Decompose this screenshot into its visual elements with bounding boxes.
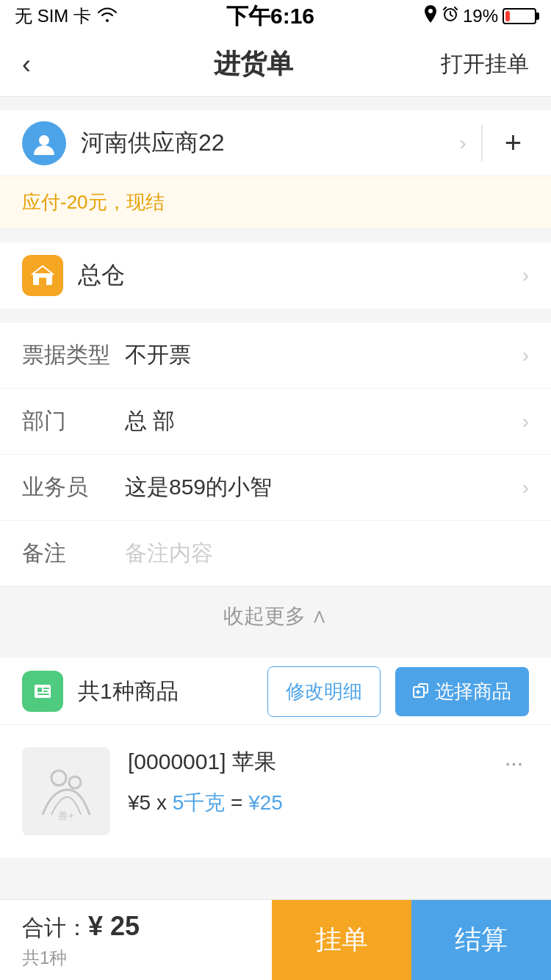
- total-amount: 合计：¥ 25: [22, 911, 250, 943]
- form-section: 票据类型 不开票 › 部门 总 部 › 业务员 这是859的小智 › 备注 备注…: [0, 322, 551, 586]
- product-label: 苹果: [232, 749, 276, 774]
- warehouse-section: 总仓 ›: [0, 242, 551, 309]
- department-value: 总 部: [125, 406, 522, 436]
- invoice-value: 不开票: [125, 340, 522, 370]
- carrier-text: 无 SIM 卡: [15, 4, 91, 28]
- supplier-avatar: [22, 121, 66, 165]
- svg-text:兽+: 兽+: [58, 810, 74, 821]
- status-bar: 无 SIM 卡 下午6:16 19%: [0, 0, 551, 32]
- status-time: 下午6:16: [226, 1, 314, 32]
- svg-rect-5: [37, 688, 42, 692]
- warehouse-name: 总仓: [78, 259, 522, 292]
- product-count-text: 共1种商品: [78, 677, 253, 707]
- bottom-bar: 合计：¥ 25 共1种 挂单 结算: [0, 899, 551, 980]
- select-product-button[interactable]: 选择商品: [395, 667, 529, 716]
- product-item: 兽+ [0000001] 苹果 ¥5 x 5千克 = ¥25 ···: [0, 724, 551, 857]
- salesman-value: 这是859的小智: [125, 472, 522, 502]
- remarks-label: 备注: [22, 538, 125, 569]
- gap-1: [0, 97, 551, 110]
- product-info: [0000001] 苹果 ¥5 x 5千克 = ¥25: [128, 747, 481, 835]
- warehouse-icon: [22, 255, 63, 296]
- svg-point-1: [39, 135, 49, 145]
- salesman-label: 业务员: [22, 472, 125, 502]
- salesman-row[interactable]: 业务员 这是859的小智 ›: [0, 454, 551, 520]
- notice-text: 应付-20元，现结: [22, 191, 165, 213]
- bottom-total: 合计：¥ 25 共1种: [0, 911, 272, 970]
- checkout-button[interactable]: 结算: [411, 900, 551, 981]
- remarks-placeholder[interactable]: 备注内容: [125, 538, 529, 569]
- gap-4: [0, 645, 551, 658]
- nav-bar: ‹ 进货单 打开挂单: [0, 32, 551, 97]
- select-product-label: 选择商品: [435, 679, 511, 705]
- wifi-icon: [97, 6, 118, 26]
- department-chevron-icon: ›: [522, 410, 529, 433]
- svg-rect-7: [43, 691, 48, 692]
- collapse-label: 收起更多 ∧: [223, 602, 328, 630]
- unit-price: ¥5 x: [128, 791, 173, 814]
- warehouse-row[interactable]: 总仓 ›: [0, 242, 551, 309]
- svg-rect-6: [43, 688, 49, 689]
- total-value: ¥ 25: [88, 911, 140, 941]
- battery-percentage: 19%: [463, 6, 498, 26]
- svg-point-11: [69, 777, 81, 788]
- svg-point-10: [51, 771, 66, 785]
- alarm-icon: [442, 6, 458, 26]
- product-count-icon: [22, 671, 63, 712]
- notice-bar: 应付-20元，现结: [0, 176, 551, 229]
- status-left: 无 SIM 卡: [15, 4, 118, 28]
- open-suspend-button[interactable]: 打开挂单: [441, 49, 529, 79]
- collapse-bar[interactable]: 收起更多 ∧: [0, 586, 551, 645]
- supplier-chevron-icon: ›: [459, 131, 466, 155]
- add-button[interactable]: +: [497, 126, 529, 159]
- svg-rect-3: [39, 278, 46, 285]
- supplier-name: 河南供应商22: [81, 127, 459, 159]
- edit-detail-button[interactable]: 修改明细: [267, 666, 381, 717]
- department-label: 部门: [22, 406, 125, 436]
- gap-2: [0, 229, 551, 242]
- product-thumbnail: 兽+: [22, 747, 110, 835]
- warehouse-chevron-icon: ›: [522, 264, 529, 287]
- location-icon: [423, 5, 438, 27]
- products-section: 共1种商品 修改明细 选择商品 兽+: [0, 658, 551, 857]
- invoice-label: 票据类型: [22, 340, 125, 370]
- equals: =: [225, 791, 248, 814]
- product-name: [0000001] 苹果: [128, 747, 481, 777]
- gap-3: [0, 309, 551, 322]
- quantity: 5千克: [173, 791, 226, 814]
- invoice-chevron-icon: ›: [522, 344, 529, 367]
- total-count: 共1种: [22, 946, 250, 970]
- supplier-divider: [481, 125, 483, 162]
- supplier-row[interactable]: 河南供应商22 › +: [0, 110, 551, 176]
- page-title: 进货单: [214, 46, 293, 82]
- total-price: ¥25: [248, 791, 283, 814]
- svg-rect-8: [37, 693, 49, 695]
- product-price: ¥5 x 5千克 = ¥25: [128, 789, 481, 817]
- status-right: 19%: [423, 5, 536, 27]
- main-content: 河南供应商22 › + 应付-20元，现结 总仓 › 票据类型: [0, 97, 551, 938]
- remarks-row[interactable]: 备注 备注内容: [0, 520, 551, 586]
- department-row[interactable]: 部门 总 部 ›: [0, 388, 551, 454]
- product-more-button[interactable]: ···: [499, 747, 529, 778]
- supplier-section: 河南供应商22 › + 应付-20元，现结: [0, 110, 551, 229]
- product-id: [0000001]: [128, 749, 232, 774]
- total-label: 合计：: [22, 915, 88, 940]
- suspend-button[interactable]: 挂单: [272, 900, 411, 981]
- battery-icon: [503, 8, 536, 24]
- products-header: 共1种商品 修改明细 选择商品: [0, 658, 551, 724]
- invoice-row[interactable]: 票据类型 不开票 ›: [0, 322, 551, 388]
- back-button[interactable]: ‹: [22, 49, 66, 80]
- salesman-chevron-icon: ›: [522, 476, 529, 500]
- svg-rect-4: [35, 685, 51, 698]
